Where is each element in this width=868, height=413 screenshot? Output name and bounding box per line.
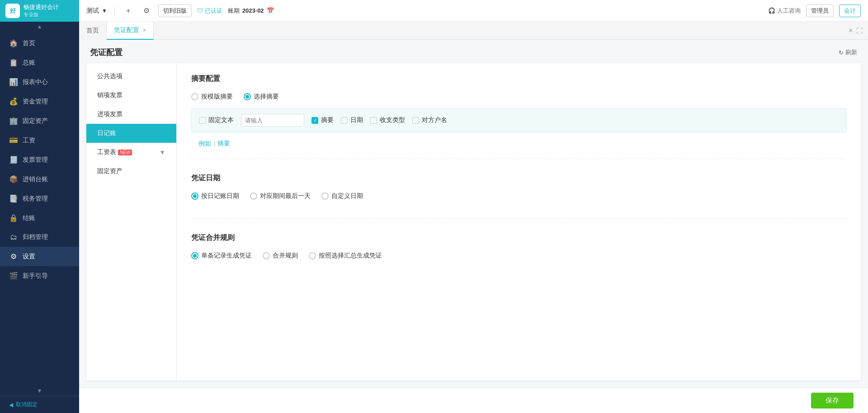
left-nav-public[interactable]: 公共选项 bbox=[86, 67, 176, 86]
sidebar-label-tax: 税务管理 bbox=[23, 195, 48, 203]
checkbox-income-type[interactable]: 收支类型 bbox=[370, 116, 405, 124]
sidebar-item-payroll[interactable]: 💳工资 bbox=[0, 131, 79, 150]
archive-icon: 🗂 bbox=[9, 233, 18, 241]
headset-icon: 🎧 bbox=[768, 7, 775, 14]
topbar-right: 🎧 人工咨询 管理员 会计 bbox=[768, 5, 861, 17]
add-button[interactable]: + bbox=[122, 5, 135, 17]
checkbox-box-counterpart bbox=[412, 117, 419, 124]
date-section: 凭证日期 按日记账日期 对应期间最后一天 bbox=[191, 174, 846, 219]
radio-custom-date[interactable]: 自定义日期 bbox=[321, 192, 363, 200]
period-selector[interactable]: 账期 2023-02 📅 bbox=[228, 7, 274, 15]
checkbox-fixed-text[interactable]: 固定文本 bbox=[199, 116, 234, 124]
sidebar-item-home[interactable]: 🏠首页 bbox=[0, 33, 79, 53]
sidebar-label-close: 结账 bbox=[23, 214, 35, 222]
sidebar-item-reports[interactable]: 📊报表中心 bbox=[0, 72, 79, 92]
checkbox-box bbox=[199, 117, 206, 124]
settings-icon: ⚙ bbox=[9, 252, 18, 261]
left-nav-journal[interactable]: 日记账 bbox=[86, 124, 176, 143]
chevron-icon-payroll_table: ▼ bbox=[159, 149, 165, 156]
page-title: 凭证配置 bbox=[90, 47, 123, 58]
tab-home[interactable]: 首页 bbox=[79, 22, 107, 40]
consult-button[interactable]: 🎧 人工咨询 bbox=[768, 7, 801, 15]
sidebar-label-funds: 资金管理 bbox=[23, 98, 48, 106]
shield-icon: 🛡 bbox=[197, 7, 203, 14]
sidebar-item-close[interactable]: 🔒结账 bbox=[0, 208, 79, 228]
sidebar-label-payroll: 工资 bbox=[23, 136, 35, 145]
reports-icon: 📊 bbox=[9, 78, 18, 86]
cancel-fixed-btn[interactable]: ◀ 取消固定 bbox=[0, 396, 79, 413]
calendar-icon: 📅 bbox=[267, 7, 274, 14]
left-nav-label-fixed_assets: 固定资产 bbox=[97, 167, 123, 174]
merge-radio-group: 单条记录生成凭证 合并规则 按照选择汇总生成凭证 bbox=[191, 252, 846, 260]
summary-section: 摘要配置 按模版摘要 选择摘要 bbox=[191, 74, 846, 159]
sidebar-item-trading[interactable]: 📦进销台账 bbox=[0, 169, 79, 189]
radio-circle-checked bbox=[244, 93, 251, 100]
certified-badge: 🛡 已认证 bbox=[197, 7, 222, 15]
left-nav-sales[interactable]: 销项发票 bbox=[86, 86, 176, 105]
home-icon: 🏠 bbox=[9, 39, 18, 47]
left-nav-payroll_table[interactable]: 工资表NEW▼ bbox=[86, 143, 176, 162]
radio-single-record[interactable]: 单条记录生成凭证 bbox=[191, 252, 252, 260]
close-icon: 🔒 bbox=[9, 214, 18, 222]
radio-merge-rule[interactable]: 合并规则 bbox=[263, 252, 298, 260]
checkbox-box-income bbox=[370, 117, 377, 124]
left-nav-label-sales: 销项发票 bbox=[97, 91, 123, 99]
content-inner: 公共选项销项发票进项发票日记账工资表NEW▼固定资产 摘要配置 按模版摘要 bbox=[86, 63, 861, 380]
fixed_assets-icon: 🏢 bbox=[9, 117, 18, 125]
save-button[interactable]: 保存 bbox=[811, 393, 854, 408]
refresh-button[interactable]: ↻ 刷新 bbox=[839, 48, 857, 56]
sidebar-item-tax[interactable]: 📑税务管理 bbox=[0, 189, 79, 208]
checkbox-counterpart[interactable]: 对方户名 bbox=[412, 116, 447, 124]
date-radio-group: 按日记账日期 对应期间最后一天 自定义日期 bbox=[191, 192, 846, 200]
sidebar-label-fixed_assets: 固定资产 bbox=[23, 117, 48, 125]
sidebar-item-guide[interactable]: 🎬新手引导 bbox=[0, 266, 79, 286]
radio-period-last[interactable]: 对应期间最后一天 bbox=[250, 192, 311, 200]
main-area: 测试 ▼ + ⚙ 切到旧版 🛡 已认证 账期 2023-02 📅 🎧 人工咨询 bbox=[79, 0, 868, 413]
sidebar-label-ledger: 总账 bbox=[23, 59, 35, 67]
radio-journal-date[interactable]: 按日记账日期 bbox=[191, 192, 239, 200]
sidebar-logo: 好 畅捷通好会计 专业版 bbox=[0, 0, 79, 22]
funds-icon: 💰 bbox=[9, 97, 18, 106]
summary-options-row: 固定文本 ✓ 摘要 日期 bbox=[191, 108, 846, 132]
tab-voucher-config[interactable]: 凭证配置 × bbox=[107, 22, 154, 40]
radio-select-summary[interactable]: 选择摘要 bbox=[244, 93, 279, 101]
fullscreen-icon[interactable]: ⛶ bbox=[856, 27, 863, 34]
sidebar-scroll-down[interactable]: ▼ bbox=[0, 386, 79, 396]
tab-close-icon[interactable]: × bbox=[143, 27, 146, 33]
sidebar-item-ledger[interactable]: 📋总账 bbox=[0, 53, 79, 72]
topbar-divider-1 bbox=[114, 6, 115, 15]
logo-icon: 好 bbox=[5, 4, 20, 18]
merge-section: 凭证合并规则 单条记录生成凭证 合并规则 bbox=[191, 233, 846, 278]
left-nav-label-journal: 日记账 bbox=[97, 129, 116, 136]
sidebar: 好 畅捷通好会计 专业版 ▲ 🏠首页📋总账📊报表中心💰资金管理🏢固定资产💳工资🧾… bbox=[0, 0, 79, 413]
sidebar-item-funds[interactable]: 💰资金管理 bbox=[0, 92, 79, 111]
company-selector[interactable]: 测试 ▼ bbox=[86, 7, 107, 15]
radio-template-summary[interactable]: 按模版摘要 bbox=[191, 93, 233, 101]
switch-version-button[interactable]: 切到旧版 bbox=[158, 5, 192, 17]
sidebar-item-settings[interactable]: ⚙设置 bbox=[0, 247, 79, 266]
accountant-button[interactable]: 会计 bbox=[839, 5, 861, 17]
sidebar-item-archive[interactable]: 🗂归档管理 bbox=[0, 228, 79, 247]
fixed-text-input[interactable] bbox=[241, 114, 304, 127]
sidebar-label-archive: 归档管理 bbox=[23, 233, 48, 241]
left-nav-label-purchase: 进项发票 bbox=[97, 110, 123, 117]
settings-icon-button[interactable]: ⚙ bbox=[140, 5, 153, 17]
tax-icon: 📑 bbox=[9, 194, 18, 203]
new-badge-payroll_table: NEW bbox=[118, 150, 132, 155]
left-nav-fixed_assets[interactable]: 固定资产 bbox=[86, 162, 176, 181]
merge-title: 凭证合并规则 bbox=[191, 233, 846, 243]
sidebar-item-fixed_assets[interactable]: 🏢固定资产 bbox=[0, 111, 79, 131]
left-nav-purchase[interactable]: 进项发票 bbox=[86, 105, 176, 124]
radio-merge-circle bbox=[263, 252, 270, 259]
page-header: 凭证配置 ↻ 刷新 bbox=[79, 40, 868, 63]
checkbox-summary[interactable]: ✓ 摘要 bbox=[311, 116, 334, 124]
sidebar-item-invoice[interactable]: 🧾发票管理 bbox=[0, 150, 79, 169]
manager-button[interactable]: 管理员 bbox=[806, 5, 834, 17]
sidebar-scroll-up[interactable]: ▲ bbox=[0, 22, 79, 32]
tabs-actions: × ⛶ bbox=[849, 27, 868, 35]
checkbox-date[interactable]: 日期 bbox=[341, 116, 363, 124]
tabs-bar: 首页 凭证配置 × × ⛶ bbox=[79, 22, 868, 40]
close-window-icon[interactable]: × bbox=[849, 27, 853, 35]
radio-select-summary[interactable]: 按照选择汇总生成凭证 bbox=[309, 252, 382, 260]
left-nav-label-public: 公共选项 bbox=[97, 72, 123, 80]
